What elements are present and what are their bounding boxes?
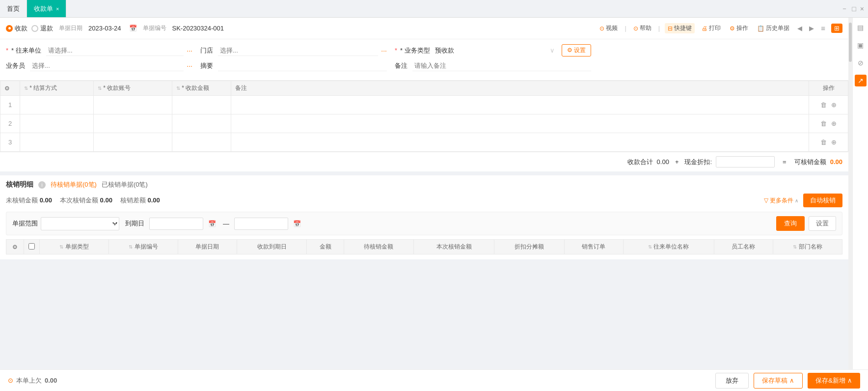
calendar-icon[interactable]: 📅 xyxy=(129,25,137,32)
tab-current[interactable]: 收款单 × xyxy=(27,0,66,17)
radio-tuikuan[interactable]: 退款 xyxy=(31,24,53,33)
scroll-track[interactable] xyxy=(848,18,852,369)
row-settlement-3[interactable] xyxy=(20,133,94,152)
remarks-input[interactable] xyxy=(412,60,591,71)
business-type-chevron[interactable]: ∨ xyxy=(550,47,555,54)
date-from-input[interactable]: 2022-04-01 xyxy=(149,218,203,230)
row-amount-1[interactable] xyxy=(172,96,231,114)
minimize-btn[interactable]: － xyxy=(841,4,848,13)
col-account-header: ⇅ * 收款账号 xyxy=(94,81,172,96)
store-input[interactable] xyxy=(218,45,378,56)
main-content: 收款 退款 单据日期 2023-03-24 📅 单据编号 SK-20230324… xyxy=(0,18,848,369)
delete-icon-2[interactable]: 🗑 xyxy=(820,120,827,127)
completed-tab-link[interactable]: 已核销单据(0笔) xyxy=(102,180,148,189)
right-panel-icon-4[interactable]: ↗ xyxy=(855,75,867,86)
search-setting-btn[interactable]: 设置 xyxy=(809,216,836,231)
more-conditions-btn[interactable]: ▽ 更多条件 ∧ xyxy=(764,196,798,205)
reconcile-info-icon[interactable]: i xyxy=(38,181,46,189)
right-panel-icon-2[interactable]: ▣ xyxy=(855,39,867,51)
bottom-col-settings[interactable]: ⚙ xyxy=(6,240,24,254)
stats-row: 未核销金额 0.00 本次核销金额 0.00 核销差额 0.00 xyxy=(6,196,160,205)
nav-right-btn[interactable]: ▶ xyxy=(808,25,815,32)
btn-print[interactable]: 🖨 打印 xyxy=(700,23,723,33)
tab-home[interactable]: 首页 xyxy=(0,0,27,17)
date-to-input[interactable]: 2022-04-12 xyxy=(234,218,288,230)
row-amount-3[interactable] xyxy=(172,133,231,152)
date-cal-1[interactable]: 📅 xyxy=(208,220,216,227)
btn-shortcut-label: 快捷键 xyxy=(674,24,692,32)
radio-tuikuan-label: 退款 xyxy=(40,24,53,33)
radio-shoukuan[interactable]: 收款 xyxy=(6,24,27,33)
row-account-3[interactable] xyxy=(94,133,172,152)
row-settlement-1[interactable] xyxy=(20,96,94,114)
bottom-table-wrap: ⚙ ⇅ 单据类型 ⇅ 单据编号 xyxy=(6,239,842,254)
range-label: 单据范围 xyxy=(12,219,38,228)
right-panel-icon-3[interactable]: ⊘ xyxy=(855,57,867,69)
shortcut-icon: ⊟ xyxy=(668,25,673,32)
settings-btn[interactable]: ⚙ 设置 xyxy=(562,44,591,56)
row-actions-1: 🗑 ⊕ xyxy=(809,96,848,114)
row-settlement-2[interactable] xyxy=(20,114,94,133)
data-table-wrap: ⚙ ⇅ * 结算方式 ⇅ * 收款账号 ⇅ * 收款金额 xyxy=(0,81,848,152)
form-area: * * 往来单位 ··· 门店 ··· * * 业务类型 预收款 ∨ ⚙ 设置 xyxy=(0,39,848,81)
delete-icon-1[interactable]: 🗑 xyxy=(820,101,827,109)
date-separator: — xyxy=(223,220,229,227)
row-account-1[interactable] xyxy=(94,96,172,114)
scroll-thumb xyxy=(849,23,852,62)
tab-close-icon[interactable]: × xyxy=(56,6,59,12)
pending-tab-link[interactable]: 待核销单据(0笔) xyxy=(51,180,97,189)
btn-history[interactable]: 📋 历史单据 xyxy=(755,23,791,33)
settings-btn-label: 设置 xyxy=(574,47,586,54)
row-remarks-2[interactable] xyxy=(231,114,809,133)
maximize-btn[interactable]: □ xyxy=(852,5,856,13)
delete-icon-3[interactable]: 🗑 xyxy=(820,139,827,146)
bottom-col-current: 本次核销金额 xyxy=(414,240,494,254)
copy-icon-3[interactable]: ⊕ xyxy=(831,139,837,146)
date-field: 到期日 2022-04-01 📅 — 2022-04-12 📅 xyxy=(125,218,301,230)
partner-more-btn[interactable]: ··· xyxy=(187,47,192,55)
auto-reconcile-btn[interactable]: 自动核销 xyxy=(803,194,842,207)
bottom-col-dept: ⇅ 部门名称 xyxy=(773,240,842,254)
nav-left-btn[interactable]: ◀ xyxy=(796,25,803,32)
btn-shortcut[interactable]: ⊟ 快捷键 xyxy=(665,23,695,33)
number-label: 单据编号 xyxy=(143,24,166,32)
select-all-checkbox[interactable] xyxy=(28,243,35,250)
radio-shoukuan-label: 收款 xyxy=(15,24,27,33)
row-remarks-1[interactable] xyxy=(231,96,809,114)
summary-input[interactable] xyxy=(218,60,387,71)
store-more-btn[interactable]: ··· xyxy=(381,47,387,55)
nav-new-btn[interactable]: ⊞ xyxy=(831,24,842,33)
uncancelled-stat: 未核销金额 0.00 xyxy=(6,196,52,205)
copy-icon-2[interactable]: ⊕ xyxy=(831,120,837,127)
range-select[interactable] xyxy=(41,217,119,230)
discount-input[interactable] xyxy=(716,156,775,168)
verifiable-value: 0.00 xyxy=(830,158,842,166)
bottom-col-staff: 员工名称 xyxy=(714,240,773,254)
btn-video[interactable]: ⊙ 视频 xyxy=(597,23,620,33)
settings-icon: ⚙ xyxy=(4,85,10,92)
staff-input[interactable] xyxy=(30,60,184,71)
form-row-1: * * 往来单位 ··· 门店 ··· * * 业务类型 预收款 ∨ ⚙ 设置 xyxy=(6,44,842,56)
right-panel-icon-1[interactable]: ▤ xyxy=(855,22,867,33)
radio-shoukuan-dot xyxy=(6,25,13,32)
row-account-2[interactable] xyxy=(94,114,172,133)
nav-list-btn[interactable]: ≡ xyxy=(820,24,826,32)
partner-input[interactable] xyxy=(46,45,184,56)
partner-field: * * 往来单位 ··· xyxy=(6,45,192,56)
business-type-required: * xyxy=(395,47,397,54)
bottom-table: ⚙ ⇅ 单据类型 ⇅ 单据编号 xyxy=(6,239,842,254)
col-settings-header[interactable]: ⚙ xyxy=(0,81,20,96)
btn-operation[interactable]: ⚙ 操作 xyxy=(728,23,750,33)
row-amount-2[interactable] xyxy=(172,114,231,133)
row-remarks-3[interactable] xyxy=(231,133,809,152)
help-icon: ⊙ xyxy=(633,25,638,32)
copy-icon-1[interactable]: ⊕ xyxy=(831,101,837,109)
btn-help[interactable]: ⊙ 帮助 xyxy=(631,23,653,33)
top-toolbar: 收款 退款 单据日期 2023-03-24 📅 单据编号 SK-20230324… xyxy=(0,18,848,39)
current-stat: 本次核销金额 0.00 xyxy=(60,196,112,205)
date-cal-2[interactable]: 📅 xyxy=(293,220,301,227)
close-btn[interactable]: × xyxy=(860,5,864,13)
query-btn[interactable]: 查询 xyxy=(776,216,805,231)
staff-more-btn[interactable]: ··· xyxy=(187,62,192,70)
btn-operation-label: 操作 xyxy=(736,24,748,32)
